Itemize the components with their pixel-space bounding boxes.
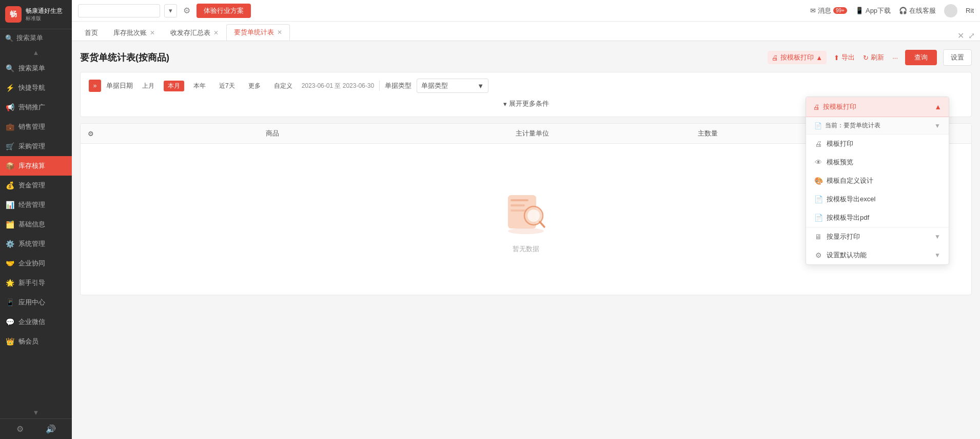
template-custom-item[interactable]: 🎨 模板自定义设计	[806, 171, 949, 190]
app-download-label: App下载	[866, 6, 891, 15]
svg-line-7	[540, 222, 544, 227]
tab-close-inventory-batch[interactable]: ✕	[150, 30, 155, 36]
date-tab-近7天[interactable]: 近7天	[215, 81, 239, 91]
speaker-icon[interactable]: 🔊	[46, 424, 56, 434]
tabbar: 首页库存批次账✕收发存汇总表✕要货单统计表✕ ✕ ⤢	[72, 22, 980, 41]
user-avatar[interactable]	[944, 4, 957, 17]
scroll-down-btn[interactable]: ▼	[0, 407, 72, 418]
tab-close-order-summary[interactable]: ✕	[277, 29, 282, 35]
search-icon: 🔍	[5, 34, 13, 42]
sidebar-item-member[interactable]: 👑畅会员	[0, 332, 72, 351]
nav-icon-system: ⚙️	[5, 240, 14, 248]
sidebar-item-basic[interactable]: 🗂️基础信息	[0, 215, 72, 234]
settings-btn[interactable]: 设置	[943, 49, 972, 66]
print-items-section: 🖨 模板打印 👁 模板预览 🎨 模板自定义设计 📄 按模板导出excel 📄	[806, 135, 949, 227]
app-download-item[interactable]: 📱 App下载	[855, 6, 891, 15]
sidebar-item-purchase[interactable]: 🛒采购管理	[0, 137, 72, 156]
col-unit: 主计量单位	[444, 129, 620, 138]
sidebar-item-app[interactable]: 📱应用中心	[0, 293, 72, 312]
expand-more-btn[interactable]: ▾ 展开更多条件	[499, 97, 553, 110]
display-print-item[interactable]: 🖥 按显示打印 ▼	[806, 227, 949, 246]
print-dropdown: 🖨 按模板打印 ▲ 📄 当前：要货单统计表 ▼ 🖨 模板打印 👁 模板预览	[806, 97, 949, 265]
tabbar-resize: ✕ ⤢	[957, 31, 975, 41]
topbar-dropdown-btn[interactable]: ▾	[164, 4, 177, 17]
expand-window-icon[interactable]: ⤢	[968, 31, 975, 41]
default-func-arrow: ▼	[934, 252, 940, 259]
date-tab-本月[interactable]: 本月	[164, 81, 184, 91]
sidebar-item-marketing[interactable]: 📢营销推广	[0, 98, 72, 117]
nav-icon-operation: 📊	[5, 201, 14, 209]
default-func-item[interactable]: ⚙ 设置默认功能 ▼	[806, 246, 949, 264]
sidebar-item-inventory[interactable]: 📦库存核算	[0, 156, 72, 176]
settings-icon[interactable]: ⚙	[16, 424, 24, 434]
sidebar-item-sales[interactable]: 💼销售管理	[0, 117, 72, 137]
display-print-icon: 🖥	[814, 233, 822, 241]
nav-icon-cooperation: 🤝	[5, 259, 14, 268]
print-template-btn[interactable]: 🖨 按模板打印 ▲	[768, 51, 827, 64]
sidebar-item-guide[interactable]: 🌟新手引导	[0, 273, 72, 293]
display-print-arrow: ▼	[934, 233, 940, 240]
date-tab-自定义[interactable]: 自定义	[270, 81, 297, 91]
order-type-select[interactable]: 单据类型 ▼	[417, 79, 488, 93]
filter-row: » 单据日期 上月本月本年近7天更多自定义2023-06-01 至 2023-0…	[89, 79, 963, 93]
sidebar-nav: 🔍搜索菜单⚡快捷导航📢营销推广💼销售管理🛒采购管理📦库存核算💰资金管理📊经营管理…	[0, 59, 72, 407]
topbar-search-input[interactable]	[78, 4, 160, 17]
logo-title: 畅康通好生意	[26, 7, 63, 15]
filter-expand-icon[interactable]: »	[89, 80, 101, 92]
messages-item[interactable]: ✉ 消息 99+	[810, 6, 847, 15]
headset-icon: 🎧	[899, 7, 907, 14]
col-product: 商品	[101, 129, 444, 138]
nav-icon-inventory: 📦	[5, 162, 14, 170]
current-arrow: ▼	[934, 122, 940, 129]
date-range: 2023-06-01 至 2023-06-30	[302, 82, 374, 90]
date-tab-上月[interactable]: 上月	[138, 81, 159, 91]
online-service-item[interactable]: 🎧 在线客服	[899, 6, 936, 15]
sidebar-item-shortcut[interactable]: ⚡快捷导航	[0, 78, 72, 98]
print-dropdown-header: 🖨 按模板打印 ▲	[806, 97, 949, 117]
scroll-up-btn[interactable]: ▲	[0, 47, 72, 59]
print-dropdown-close-btn[interactable]: ▲	[934, 103, 942, 111]
filter-separator	[379, 81, 380, 91]
refresh-btn[interactable]: ↻ 刷新	[862, 51, 885, 64]
page-content: 要货单统计表(按商品) 🖨 按模板打印 ▲ ⬆ 导出 ↻ 刷新 ··· 查询 设…	[72, 41, 980, 439]
empty-icon	[495, 185, 557, 236]
current-label: 当前：要货单统计表	[825, 121, 880, 130]
sidebar-item-search[interactable]: 🔍搜索菜单	[0, 59, 72, 78]
tab-inventory-batch[interactable]: 库存批次账✕	[106, 24, 163, 41]
query-btn[interactable]: 查询	[905, 50, 937, 65]
nav-icon-wechat: 💬	[5, 318, 14, 326]
sidebar-search[interactable]: 🔍 搜索菜单	[0, 29, 72, 47]
sidebar-item-finance[interactable]: 💰资金管理	[0, 176, 72, 195]
template-pdf-item[interactable]: 📄 按模板导出pdf	[806, 208, 949, 227]
tab-close-receipt-summary[interactable]: ✕	[213, 30, 219, 36]
chevron-up-icon: ▲	[816, 54, 822, 62]
tab-order-summary[interactable]: 要货单统计表✕	[226, 24, 290, 41]
date-tab-本年[interactable]: 本年	[189, 81, 210, 91]
export-btn[interactable]: ⬆ 导出	[833, 51, 856, 64]
col-settings[interactable]: ⚙	[81, 130, 101, 138]
printer-icon-dropdown: 🖨	[813, 103, 820, 111]
user-name: Rit	[966, 7, 974, 14]
tab-home[interactable]: 首页	[77, 24, 106, 41]
template-print-item[interactable]: 🖨 模板打印	[806, 135, 949, 153]
template-excel-item[interactable]: 📄 按模板导出excel	[806, 190, 949, 208]
nav-icon-sales: 💼	[5, 123, 14, 131]
sidebar-item-wechat[interactable]: 💬企业微信	[0, 312, 72, 332]
sidebar-item-system[interactable]: ⚙️系统管理	[0, 234, 72, 254]
nav-icon-member: 👑	[5, 337, 14, 346]
svg-point-6	[527, 209, 540, 222]
current-section: 📄 当前：要货单统计表 ▼	[806, 117, 949, 135]
date-tab-更多[interactable]: 更多	[244, 81, 265, 91]
svg-rect-2	[511, 199, 528, 201]
close-window-icon[interactable]: ✕	[957, 31, 964, 41]
nav-icon-finance: 💰	[5, 181, 14, 189]
experience-btn[interactable]: 体验行业方案	[197, 4, 251, 18]
sidebar-item-operation[interactable]: 📊经营管理	[0, 195, 72, 215]
more-actions-btn[interactable]: ···	[891, 52, 899, 64]
sidebar-bottom: ⚙ 🔊	[0, 418, 72, 439]
sidebar-item-cooperation[interactable]: 🤝企业协同	[0, 254, 72, 273]
template-preview-item[interactable]: 👁 模板预览	[806, 153, 949, 171]
tab-receipt-summary[interactable]: 收发存汇总表✕	[163, 24, 226, 41]
template-excel-icon: 📄	[814, 195, 822, 203]
topbar-gear-icon[interactable]: ⚙	[183, 6, 190, 15]
